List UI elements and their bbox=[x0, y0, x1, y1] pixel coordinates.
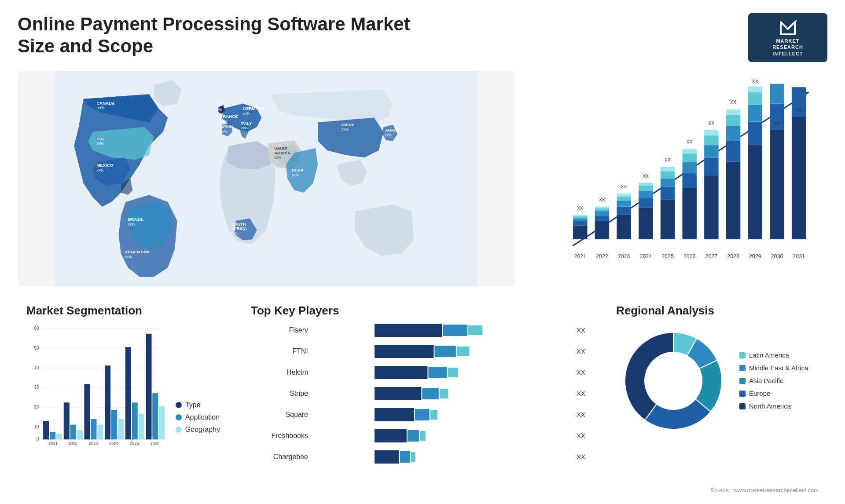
svg-rect-88 bbox=[726, 126, 740, 141]
svg-text:2030: 2030 bbox=[771, 253, 783, 259]
svg-rect-101 bbox=[770, 103, 784, 130]
player-row: Square XX bbox=[251, 408, 585, 421]
logo-text: MARKET RESEARCH INTELLECT bbox=[772, 38, 803, 57]
svg-rect-61 bbox=[639, 186, 653, 191]
svg-rect-149 bbox=[375, 324, 442, 337]
player-value: XX bbox=[577, 347, 585, 355]
svg-text:AFRICA: AFRICA bbox=[231, 226, 247, 231]
top-section: CANADA xx% U.S. xx% MEXICO xx% BRAZIL xx… bbox=[18, 71, 827, 286]
svg-text:2023: 2023 bbox=[618, 253, 630, 259]
legend-geography: Geography bbox=[176, 426, 220, 434]
regional-legend-color bbox=[739, 378, 746, 384]
regional-legend-color bbox=[739, 403, 746, 409]
svg-rect-96 bbox=[748, 92, 762, 105]
svg-rect-44 bbox=[595, 221, 609, 239]
svg-rect-157 bbox=[448, 368, 458, 377]
svg-rect-55 bbox=[617, 194, 631, 197]
svg-rect-162 bbox=[415, 409, 430, 420]
svg-text:xx%: xx% bbox=[220, 129, 228, 133]
svg-rect-169 bbox=[411, 452, 415, 462]
svg-rect-138 bbox=[111, 410, 117, 439]
svg-text:BRAZIL: BRAZIL bbox=[128, 217, 143, 222]
svg-rect-135 bbox=[97, 424, 103, 439]
regional-legend-item: Latin America bbox=[739, 351, 808, 359]
svg-text:xx%: xx% bbox=[98, 106, 105, 110]
donut-legend: Latin America Middle East & Africa Asia … bbox=[739, 351, 808, 410]
svg-text:ARABIA: ARABIA bbox=[274, 150, 290, 155]
regional-legend-item: Middle East & Africa bbox=[739, 364, 808, 372]
svg-text:xx%: xx% bbox=[231, 231, 239, 236]
bar-chart-svg: XX 2021 XX 2022 bbox=[555, 80, 819, 269]
svg-rect-67 bbox=[661, 178, 675, 186]
svg-rect-141 bbox=[125, 347, 131, 439]
svg-rect-89 bbox=[726, 115, 740, 126]
legend-type: Type bbox=[176, 401, 220, 409]
donut-area: Latin America Middle East & Africa Asia … bbox=[616, 324, 819, 438]
svg-rect-133 bbox=[84, 384, 90, 439]
svg-rect-79 bbox=[704, 175, 718, 239]
svg-text:2025: 2025 bbox=[130, 441, 139, 446]
svg-rect-165 bbox=[408, 430, 419, 442]
svg-rect-76 bbox=[682, 149, 696, 154]
donut-svg bbox=[616, 324, 731, 438]
header: Online Payment Processing Software Marke… bbox=[18, 13, 827, 62]
svg-text:xx%: xx% bbox=[215, 107, 222, 111]
svg-rect-166 bbox=[420, 431, 426, 441]
svg-rect-90 bbox=[726, 110, 740, 115]
svg-text:xx%: xx% bbox=[384, 133, 392, 137]
player-row: Chargebee XX bbox=[251, 450, 585, 464]
player-value: XX bbox=[577, 411, 585, 418]
svg-rect-72 bbox=[682, 188, 696, 239]
svg-rect-137 bbox=[105, 365, 110, 439]
svg-text:XX: XX bbox=[752, 80, 758, 84]
svg-text:XX: XX bbox=[643, 173, 649, 179]
svg-rect-74 bbox=[682, 162, 696, 173]
svg-text:JAPAN: JAPAN bbox=[384, 128, 398, 132]
legend-application: Application bbox=[176, 413, 220, 421]
player-value: XX bbox=[577, 432, 585, 439]
svg-text:2021: 2021 bbox=[574, 253, 586, 259]
svg-rect-40 bbox=[573, 216, 587, 218]
svg-rect-106 bbox=[792, 87, 806, 117]
source-line: Source : www.marketresearchintellect.com bbox=[18, 487, 827, 493]
svg-rect-100 bbox=[770, 130, 784, 239]
svg-rect-139 bbox=[118, 419, 124, 439]
svg-text:XX: XX bbox=[599, 197, 605, 202]
svg-text:40: 40 bbox=[34, 365, 39, 370]
svg-text:XX: XX bbox=[665, 157, 671, 162]
svg-text:2026: 2026 bbox=[151, 441, 160, 446]
player-bar-wrap bbox=[313, 387, 568, 400]
regional-legend-color bbox=[739, 391, 746, 397]
svg-rect-163 bbox=[430, 410, 437, 420]
segmentation-bars: 60 50 40 30 20 10 0 bbox=[26, 324, 167, 447]
svg-text:CHINA: CHINA bbox=[341, 122, 354, 127]
regional-legend-item: Asia Pacific bbox=[739, 377, 808, 384]
svg-rect-154 bbox=[457, 347, 470, 356]
legend-type-label: Type bbox=[185, 401, 201, 409]
svg-text:XX: XX bbox=[730, 99, 736, 105]
svg-text:SAUDI: SAUDI bbox=[274, 146, 287, 150]
svg-text:60: 60 bbox=[34, 326, 39, 331]
regional-legend-item: North America bbox=[739, 402, 808, 410]
player-bar-wrap bbox=[313, 429, 568, 442]
svg-rect-156 bbox=[428, 367, 447, 378]
svg-rect-168 bbox=[400, 451, 410, 463]
svg-text:XX: XX bbox=[708, 121, 714, 126]
svg-rect-143 bbox=[139, 413, 144, 439]
svg-rect-134 bbox=[91, 419, 96, 439]
player-name: Freshbooks bbox=[251, 432, 308, 440]
svg-text:50: 50 bbox=[34, 346, 39, 351]
player-row: Fiserv XX bbox=[251, 324, 585, 337]
legend-type-dot bbox=[176, 402, 182, 408]
svg-rect-58 bbox=[639, 208, 653, 239]
player-name: FTNI bbox=[251, 347, 308, 355]
player-bar-wrap bbox=[313, 345, 568, 358]
svg-rect-73 bbox=[682, 173, 696, 188]
player-bar-wrap bbox=[313, 324, 568, 337]
regional-legend-color bbox=[739, 352, 746, 358]
svg-text:XX: XX bbox=[621, 184, 627, 189]
svg-text:xx%: xx% bbox=[243, 111, 250, 116]
svg-text:GERMANY: GERMANY bbox=[243, 106, 265, 111]
svg-text:XX: XX bbox=[687, 139, 693, 144]
map-svg: CANADA xx% U.S. xx% MEXICO xx% BRAZIL xx… bbox=[18, 71, 515, 286]
